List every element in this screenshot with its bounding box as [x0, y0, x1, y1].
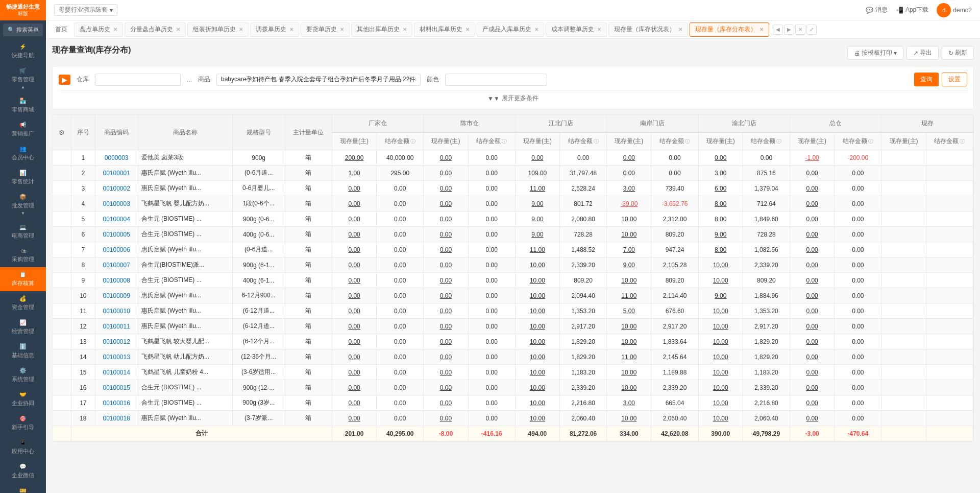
- info-icon[interactable]: ⓘ: [410, 138, 415, 145]
- td-f-cur[interactable]: 0.00: [332, 242, 377, 257]
- td-yb-cur[interactable]: 6.00: [698, 181, 743, 196]
- td-c-cur[interactable]: 0.00: [424, 380, 468, 395]
- td-c-cur[interactable]: 0.00: [424, 288, 468, 303]
- user-menu[interactable]: d demo2: [937, 3, 972, 17]
- warehouse-input[interactable]: [95, 74, 181, 86]
- td-code[interactable]: 00100004: [95, 212, 138, 227]
- td-jb-cur[interactable]: 10.00: [515, 411, 559, 426]
- industry-selector[interactable]: 母婴行业演示陈套 ▾: [54, 4, 117, 16]
- td-yb-cur[interactable]: 10.00: [698, 349, 743, 365]
- td-tot-cur[interactable]: 0.00: [790, 257, 835, 273]
- expand-tabs-button[interactable]: ⤢: [806, 25, 817, 35]
- td-f-cur[interactable]: 1.00: [332, 166, 377, 181]
- td-code[interactable]: 00100015: [95, 380, 138, 395]
- td-c-cur[interactable]: 0.00: [424, 365, 468, 380]
- td-tot-cur[interactable]: 0.00: [790, 395, 835, 411]
- tab-assembly[interactable]: 组装折卸单历史 ✕: [187, 22, 249, 37]
- td-yb-cur[interactable]: 10.00: [698, 257, 743, 273]
- sidebar-item-wechat[interactable]: 💬企业微信: [0, 459, 46, 483]
- td-tot-cur[interactable]: 0.00: [790, 334, 835, 349]
- td-na-cur[interactable]: 10.00: [607, 365, 651, 380]
- tab-stock-dist[interactable]: 现存量（库存分布表） ✕: [690, 22, 769, 37]
- td-yb-cur[interactable]: 10.00: [698, 380, 743, 395]
- sidebar-item-retail-mgmt[interactable]: 🛒零售管理▲: [0, 63, 46, 93]
- sidebar-item-app-center[interactable]: 📱应用中心: [0, 435, 46, 459]
- sidebar-item-wholesale[interactable]: 📦批发管理▼: [0, 190, 46, 220]
- td-tot-cur[interactable]: 0.00: [790, 181, 835, 196]
- td-yb-cur[interactable]: 10.00: [698, 273, 743, 288]
- td-na-cur[interactable]: 10.00: [607, 411, 651, 426]
- td-code[interactable]: 00100008: [95, 273, 138, 288]
- td-c-cur[interactable]: 0.00: [424, 411, 468, 426]
- td-jb-cur[interactable]: 10.00: [515, 349, 559, 365]
- td-f-cur[interactable]: 0.00: [332, 303, 377, 319]
- td-tot-cur[interactable]: 0.00: [790, 242, 835, 257]
- td-c-cur[interactable]: 0.00: [424, 395, 468, 411]
- td-code[interactable]: 00100005: [95, 227, 138, 242]
- td-tot-cur[interactable]: -1.00: [790, 150, 835, 166]
- td-tot-cur[interactable]: 0.00: [790, 166, 835, 181]
- td-f-cur[interactable]: 0.00: [332, 319, 377, 334]
- tab-stock-status[interactable]: 现存量（库存状况表） ✕: [608, 22, 688, 37]
- tab-home[interactable]: 首页: [50, 22, 72, 37]
- td-f-cur[interactable]: 0.00: [332, 181, 377, 196]
- info-icon[interactable]: ⓘ: [594, 138, 599, 145]
- td-tot-cur[interactable]: 0.00: [790, 196, 835, 212]
- td-code[interactable]: 00100012: [95, 334, 138, 349]
- td-yb-cur[interactable]: 0.00: [698, 150, 743, 166]
- info-icon[interactable]: ⓘ: [776, 138, 781, 145]
- tab-close-icon[interactable]: ✕: [534, 27, 538, 32]
- close-all-tabs-button[interactable]: ✕: [795, 25, 805, 35]
- tab-close-icon[interactable]: ✕: [176, 27, 180, 32]
- td-tot-cur[interactable]: 0.00: [790, 319, 835, 334]
- td-f-cur[interactable]: 0.00: [332, 196, 377, 212]
- td-tot-cur[interactable]: 0.00: [790, 273, 835, 288]
- tab-other-out[interactable]: 其他出库单历史 ✕: [351, 22, 412, 37]
- td-jb-cur[interactable]: 10.00: [515, 395, 559, 411]
- td-yb-cur[interactable]: 10.00: [698, 365, 743, 380]
- td-yb-cur[interactable]: 8.00: [698, 212, 743, 227]
- td-f-cur[interactable]: 0.00: [332, 349, 377, 365]
- td-tot-cur[interactable]: 0.00: [790, 380, 835, 395]
- td-c-cur[interactable]: 0.00: [424, 166, 468, 181]
- td-code[interactable]: 00100003: [95, 196, 138, 212]
- sidebar-item-quicknav[interactable]: ⚡快捷导航: [0, 39, 46, 63]
- td-tot-cur[interactable]: 0.00: [790, 303, 835, 319]
- sidebar-item-purchase[interactable]: 🛍采购管理: [0, 244, 46, 267]
- td-f-cur[interactable]: 0.00: [332, 334, 377, 349]
- td-code[interactable]: 00100001: [95, 166, 138, 181]
- td-na-cur[interactable]: 10.00: [607, 319, 651, 334]
- prev-tab-button[interactable]: ◀: [773, 25, 783, 35]
- product-input[interactable]: [216, 74, 421, 86]
- info-icon[interactable]: ⓘ: [502, 138, 507, 145]
- td-code[interactable]: 00100013: [95, 349, 138, 365]
- td-f-cur[interactable]: 0.00: [332, 227, 377, 242]
- td-c-cur[interactable]: 0.00: [424, 257, 468, 273]
- td-f-cur[interactable]: 0.00: [332, 273, 377, 288]
- td-code[interactable]: 00100002: [95, 181, 138, 196]
- tab-material-out[interactable]: 材料出库单历史 ✕: [414, 22, 475, 37]
- td-jb-cur[interactable]: 11.00: [515, 242, 559, 257]
- export-button[interactable]: ↗ 导出: [906, 46, 939, 60]
- tab-inventory-check[interactable]: 盘点单历史 ✕: [74, 22, 123, 37]
- td-f-cur[interactable]: 0.00: [332, 212, 377, 227]
- td-na-cur[interactable]: 3.00: [607, 181, 651, 196]
- td-jb-cur[interactable]: 10.00: [515, 319, 559, 334]
- message-button[interactable]: 💬 消息: [866, 6, 888, 14]
- tab-cost-adj[interactable]: 成本调整单历史 ✕: [546, 22, 607, 37]
- td-code[interactable]: 0000003: [95, 150, 138, 166]
- td-code[interactable]: 00100009: [95, 288, 138, 303]
- td-f-cur[interactable]: 0.00: [332, 257, 377, 273]
- td-na-cur[interactable]: -39.00: [607, 196, 651, 212]
- td-na-cur[interactable]: 10.00: [607, 273, 651, 288]
- sidebar-item-member2[interactable]: 🎫畅会员: [0, 483, 46, 493]
- td-c-cur[interactable]: 0.00: [424, 227, 468, 242]
- sidebar-item-ecommerce[interactable]: 💻电商管理: [0, 220, 46, 244]
- info-icon[interactable]: ⓘ: [960, 138, 965, 145]
- td-jb-cur[interactable]: 10.00: [515, 380, 559, 395]
- td-jb-cur[interactable]: 9.00: [515, 212, 559, 227]
- td-tot-cur[interactable]: 0.00: [790, 212, 835, 227]
- td-code[interactable]: 00100010: [95, 303, 138, 319]
- sidebar-item-newbie[interactable]: 🎯新手引导: [0, 411, 46, 435]
- td-yb-cur[interactable]: 10.00: [698, 319, 743, 334]
